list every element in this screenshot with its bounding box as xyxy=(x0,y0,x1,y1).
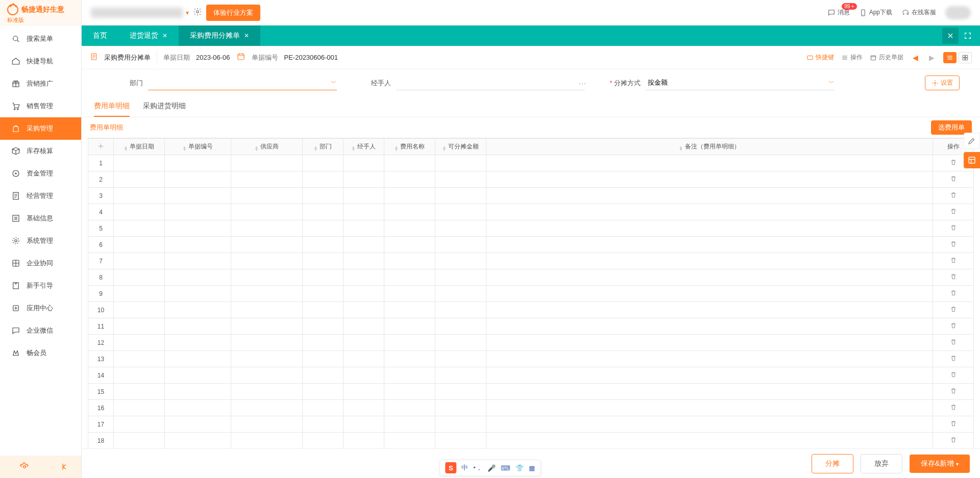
sidebar-item-4[interactable]: 采购管理 xyxy=(0,117,81,140)
shortcut-link[interactable]: 快捷键 xyxy=(806,53,834,62)
table-row[interactable]: 5 xyxy=(88,220,974,237)
sidebar-item-11[interactable]: 新手引导 xyxy=(0,274,81,297)
sidebar-item-0[interactable]: 搜索菜单 xyxy=(0,28,81,50)
doc-date-value[interactable]: 2023-06-06 xyxy=(196,54,230,61)
delete-row-button[interactable] xyxy=(950,421,957,429)
messages-link[interactable]: 消息 99 + xyxy=(827,8,850,17)
handler-input[interactable] xyxy=(396,76,585,90)
table-row[interactable]: 3 xyxy=(88,188,974,204)
th-amount[interactable]: ▲▼可分摊金额 xyxy=(435,139,486,155)
th-gear[interactable] xyxy=(88,139,114,155)
sidebar-item-9[interactable]: 系统管理 xyxy=(0,230,81,252)
table-row[interactable]: 8 xyxy=(88,269,974,286)
ime-mic-icon[interactable]: 🎤 xyxy=(487,464,496,472)
method-select[interactable] xyxy=(646,76,835,90)
sidebar-settings-button[interactable] xyxy=(0,462,48,471)
fullscreen-button[interactable] xyxy=(960,28,976,44)
th-docno[interactable]: ▲▼单据编号 xyxy=(165,139,231,155)
delete-row-button[interactable] xyxy=(950,225,957,233)
sidebar-item-3[interactable]: 销售管理 xyxy=(0,95,81,117)
th-supplier[interactable]: ▲▼供应商 xyxy=(231,139,303,155)
ime-mode[interactable]: 中 xyxy=(461,463,468,472)
inner-tab-0[interactable]: 费用单明细 xyxy=(94,96,130,117)
discard-button[interactable]: 放弃 xyxy=(861,454,902,473)
org-selector[interactable]: ▾ xyxy=(91,8,189,18)
th-remark[interactable]: ▲▼备注（费用单明细） xyxy=(486,139,933,155)
tab-close-all-button[interactable] xyxy=(942,28,959,44)
calendar-icon[interactable] xyxy=(236,52,246,63)
table-row[interactable]: 2 xyxy=(88,171,974,188)
settings-button[interactable]: 设置 xyxy=(925,76,960,90)
delete-row-button[interactable] xyxy=(950,438,957,445)
close-icon[interactable]: ✕ xyxy=(244,32,249,39)
table-row[interactable]: 6 xyxy=(88,237,974,253)
th-dept[interactable]: ▲▼部门 xyxy=(303,139,344,155)
topbar-gear-icon[interactable] xyxy=(193,7,202,18)
sidebar-item-10[interactable]: 企业协同 xyxy=(0,252,81,274)
chevron-down-icon[interactable]: ﹀ xyxy=(828,79,835,87)
delete-row-button[interactable] xyxy=(950,258,957,265)
ime-keyboard-icon[interactable]: ⌨ xyxy=(501,464,510,472)
save-add-button[interactable]: 保存&新增▾ xyxy=(910,455,970,473)
table-row[interactable]: 7 xyxy=(88,253,974,269)
view-card-button[interactable] xyxy=(959,52,972,63)
sidebar-item-12[interactable]: 应用中心 xyxy=(0,297,81,319)
delete-row-button[interactable] xyxy=(950,209,957,216)
sidebar-item-7[interactable]: 经营管理 xyxy=(0,185,81,207)
sidebar-item-6[interactable]: 资金管理 xyxy=(0,162,81,185)
next-doc-button[interactable]: ▶ xyxy=(927,54,936,62)
layout-float-button[interactable] xyxy=(964,152,980,168)
table-row[interactable]: 12 xyxy=(88,335,974,351)
sidebar-item-2[interactable]: 营销推广 xyxy=(0,72,81,95)
table-row[interactable]: 4 xyxy=(88,204,974,220)
app-download-link[interactable]: App下载 xyxy=(859,8,892,17)
table-row[interactable]: 9 xyxy=(88,286,974,302)
delete-row-button[interactable] xyxy=(950,307,957,314)
delete-row-button[interactable] xyxy=(950,160,957,167)
th-handler[interactable]: ▲▼经手人 xyxy=(344,139,384,155)
table-row[interactable]: 16 xyxy=(88,400,974,416)
table-row[interactable]: 18 xyxy=(88,433,974,449)
chevron-down-icon[interactable]: ﹀ xyxy=(331,79,337,87)
table-row[interactable]: 13 xyxy=(88,351,974,367)
edit-float-button[interactable] xyxy=(964,133,980,149)
delete-row-button[interactable] xyxy=(950,340,957,347)
ime-grid-icon[interactable]: ▦ xyxy=(529,464,535,472)
delete-row-button[interactable] xyxy=(950,242,957,249)
delete-row-button[interactable] xyxy=(950,372,957,380)
delete-row-button[interactable] xyxy=(950,193,957,200)
th-date[interactable]: ▲▼单据日期 xyxy=(114,139,165,155)
ime-punct-icon[interactable]: •， xyxy=(473,463,482,472)
table-row[interactable]: 1 xyxy=(88,155,974,171)
table-row[interactable]: 10 xyxy=(88,302,974,318)
user-avatar[interactable] xyxy=(945,6,971,19)
more-icon[interactable]: ··· xyxy=(579,79,586,87)
ime-skin-icon[interactable]: 👕 xyxy=(516,464,524,472)
table-row[interactable]: 15 xyxy=(88,384,974,400)
close-icon[interactable]: ✕ xyxy=(162,32,167,39)
sidebar-collapse-button[interactable] xyxy=(48,462,81,471)
table-row[interactable]: 14 xyxy=(88,367,974,384)
operate-link[interactable]: 操作 xyxy=(841,53,863,62)
sidebar-item-5[interactable]: 库存核算 xyxy=(0,140,81,162)
th-fee[interactable]: ▲▼费用名称 xyxy=(384,139,435,155)
allocate-button[interactable]: 分摊 xyxy=(812,454,853,473)
delete-row-button[interactable] xyxy=(950,323,957,331)
history-link[interactable]: 历史单据 xyxy=(870,53,903,62)
sidebar-item-8[interactable]: 基础信息 xyxy=(0,207,81,230)
page-tab-2[interactable]: 采购费用分摊单✕ xyxy=(179,26,260,46)
table-row[interactable]: 11 xyxy=(88,318,974,335)
online-service-link[interactable]: 在线客服 xyxy=(901,8,936,17)
delete-row-button[interactable] xyxy=(950,274,957,282)
dept-input[interactable] xyxy=(148,76,337,90)
sidebar-item-1[interactable]: 快捷导航 xyxy=(0,50,81,72)
delete-row-button[interactable] xyxy=(950,291,957,298)
sidebar-item-13[interactable]: 企业微信 xyxy=(0,319,81,342)
try-solution-button[interactable]: 体验行业方案 xyxy=(206,5,260,21)
sidebar-item-14[interactable]: 畅会员 xyxy=(0,342,81,364)
delete-row-button[interactable] xyxy=(950,177,957,184)
prev-doc-button[interactable]: ◀ xyxy=(911,54,920,62)
page-tab-0[interactable]: 首页 xyxy=(82,26,118,46)
view-list-button[interactable] xyxy=(943,52,957,63)
inner-tab-1[interactable]: 采购进货明细 xyxy=(143,96,186,117)
